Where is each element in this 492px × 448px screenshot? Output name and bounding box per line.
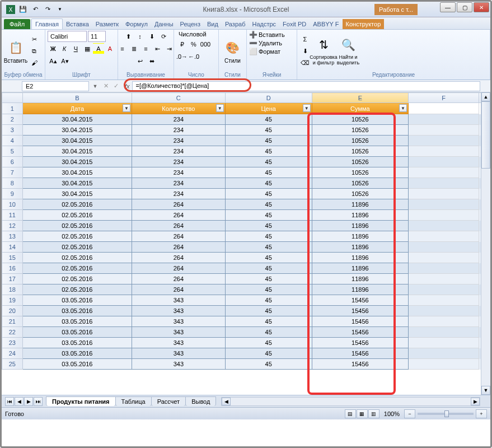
indent-decrease-icon[interactable]: ⇤ [152,43,163,54]
cell-B8[interactable]: 30.04.2015 [22,178,132,189]
column-header-D[interactable]: D [225,93,312,103]
row-header[interactable]: 22 [2,327,23,338]
cell-B14[interactable]: 02.05.2016 [22,242,132,253]
paste-button[interactable]: 📋 Вставить [4,38,27,65]
table-header-D[interactable]: Цена▼ [225,103,312,114]
cell-D9[interactable]: 45 [225,189,312,199]
ribbon-tab-разраб[interactable]: Разраб [222,19,249,29]
undo-icon[interactable]: ↶ [30,4,41,15]
cell-D20[interactable]: 45 [225,306,312,316]
cell-E25[interactable]: 15456 [312,359,408,370]
cell-D22[interactable]: 45 [225,327,312,338]
cell-B4[interactable]: 30.04.2015 [22,136,132,146]
vscroll-thumb[interactable] [481,101,490,169]
comma-icon[interactable]: 000 [200,39,211,50]
delete-cells-button[interactable]: ➖Удалить [249,39,294,47]
row-header[interactable]: 9 [2,189,23,199]
cell-E15[interactable]: 11896 [312,253,408,263]
fx-icon[interactable]: fx [123,83,132,90]
cell-D5[interactable]: 45 [225,146,312,157]
cell-C19[interactable]: 343 [132,295,226,306]
normal-view-icon[interactable]: ▤ [345,409,356,418]
cell-E6[interactable]: 10526 [312,157,408,167]
cell-C25[interactable]: 343 [132,359,226,370]
column-header-F[interactable]: F [409,93,479,103]
cell-B3[interactable]: 30.04.2015 [22,125,132,136]
cell-D4[interactable]: 45 [225,136,312,146]
cell-D2[interactable]: 45 [225,114,312,125]
sheet-tab[interactable]: Продукты питания [46,396,116,406]
increase-font-icon[interactable]: A▴ [48,55,59,67]
font-name-combo[interactable]: Calibri [48,31,87,42]
row-header[interactable]: 2 [2,114,23,125]
cancel-formula-icon[interactable]: ✕ [101,82,110,91]
zoom-in-icon[interactable]: + [476,409,487,418]
ribbon-tab-надстрс[interactable]: Надстрс [249,19,279,29]
save-icon[interactable]: 💾 [17,4,29,15]
sheet-nav-next-icon[interactable]: ▶ [24,397,33,406]
cell-D23[interactable]: 45 [225,338,312,348]
sheet-tab[interactable]: Таблица [115,396,152,406]
cell-B25[interactable]: 03.05.2016 [22,359,132,370]
row-header[interactable]: 13 [2,231,23,242]
cell-D18[interactable]: 45 [225,284,312,295]
insert-cells-button[interactable]: ➕Вставить [249,31,294,39]
ribbon-tab-constructor[interactable]: Конструктор [343,19,385,29]
sort-filter-button[interactable]: ⇅ Сортировка и фильтр [312,35,335,67]
align-bottom-icon[interactable]: ⬇ [146,31,157,42]
cell-E10[interactable]: 11896 [312,199,408,210]
font-color-button[interactable]: A [105,43,115,54]
border-button[interactable]: ▦ [82,43,92,54]
cell-C23[interactable]: 343 [132,338,226,348]
cell-B18[interactable]: 02.05.2016 [22,284,132,295]
cell-C15[interactable]: 264 [132,253,226,263]
row-header[interactable]: 10 [2,199,23,210]
table-header-E[interactable]: Сумма▼ [312,103,408,114]
filter-dropdown-icon[interactable]: ▼ [216,104,224,112]
cell-B16[interactable]: 02.05.2016 [22,263,132,274]
sheet-nav-prev-icon[interactable]: ◀ [15,397,24,406]
align-center-icon[interactable]: ≣ [129,43,140,54]
close-button[interactable]: ✕ [474,2,489,12]
ribbon-tab-foxit pd[interactable]: Foxit PD [279,19,310,29]
row-header[interactable]: 8 [2,178,23,189]
find-select-button[interactable]: 🔍 Найти и выделить [336,35,360,67]
cell-C10[interactable]: 264 [132,199,226,210]
filter-dropdown-icon[interactable]: ▼ [303,104,311,112]
cell-D6[interactable]: 45 [225,157,312,167]
cell-D21[interactable]: 45 [225,316,312,327]
row-header[interactable]: 16 [2,263,23,274]
cell-C11[interactable]: 264 [132,210,226,221]
redo-icon[interactable]: ↷ [42,4,53,15]
cell-E11[interactable]: 11896 [312,210,408,221]
maximize-button[interactable]: ▢ [457,2,472,12]
cell-C12[interactable]: 264 [132,221,226,231]
qat-dropdown-icon[interactable]: ▼ [54,4,65,15]
italic-button[interactable]: К [59,43,69,54]
cell-E17[interactable]: 11896 [312,274,408,284]
horizontal-scrollbar[interactable]: ◀ ▶ [221,397,480,406]
align-right-icon[interactable]: ≡ [140,43,152,54]
cell-C18[interactable]: 264 [132,284,226,295]
cell-C5[interactable]: 234 [132,146,226,157]
cell-C22[interactable]: 343 [132,327,226,338]
excel-icon[interactable]: X [5,4,16,15]
row-header[interactable]: 21 [2,316,23,327]
column-header-C[interactable]: C [132,93,226,103]
enter-formula-icon[interactable]: ✓ [111,82,120,91]
cell-C17[interactable]: 264 [132,274,226,284]
scroll-right-icon[interactable]: ▶ [471,398,480,405]
format-cells-button[interactable]: ⬜Формат [249,48,294,55]
cell-E7[interactable]: 10526 [312,167,408,178]
cell-B6[interactable]: 30.04.2015 [22,157,132,167]
row-header[interactable]: 20 [2,306,23,316]
cell-D19[interactable]: 45 [225,295,312,306]
ribbon-tab-abbyy f[interactable]: ABBYY F [310,19,342,29]
cell-E14[interactable]: 11896 [312,242,408,253]
cell-B24[interactable]: 03.05.2016 [22,348,132,359]
row-header[interactable]: 7 [2,167,23,178]
cell-C6[interactable]: 234 [132,157,226,167]
filter-dropdown-icon[interactable]: ▼ [123,104,130,112]
cell-C20[interactable]: 343 [132,306,226,316]
cell-E24[interactable]: 15456 [312,348,408,359]
